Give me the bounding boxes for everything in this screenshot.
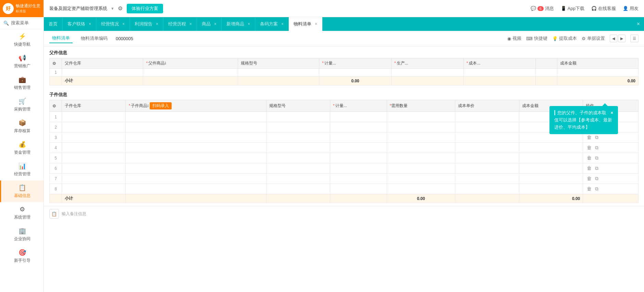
child-row-7-unit[interactable] — [330, 174, 387, 184]
tab-bom[interactable]: 物料清单× — [289, 17, 322, 31]
trial-button[interactable]: 体验行业方案 — [127, 4, 163, 13]
child-row-5-delete-btn[interactable]: 🗑 — [586, 154, 593, 161]
child-row-3-delete-btn[interactable]: 🗑 — [586, 134, 593, 141]
child-row-5-unit-price[interactable] — [455, 153, 519, 163]
settings-icon[interactable]: ⚙ — [118, 5, 123, 12]
scan-btn[interactable]: 扫码录入 — [150, 102, 172, 109]
child-row-6-unit[interactable] — [330, 163, 387, 174]
sidebar-item-sales[interactable]: 💼 销售管理 — [0, 72, 44, 94]
sidebar-item-finance[interactable]: 💰 资金管理 — [0, 137, 44, 159]
child-row-4-spec[interactable] — [266, 143, 330, 153]
sidebar-item-purchase[interactable]: 🛒 采购管理 — [0, 94, 44, 116]
next-page-btn[interactable]: ▶ — [618, 35, 626, 42]
child-row-1-warehouse[interactable] — [62, 112, 126, 122]
single-settings-item[interactable]: ⚙ 单据设置 — [582, 35, 605, 42]
prev-page-btn[interactable]: ◀ — [610, 35, 617, 42]
close-new-product-tab[interactable]: × — [248, 22, 250, 26]
child-row-3-copy-btn[interactable]: ⧉ — [594, 134, 599, 141]
child-row-2-spec[interactable] — [266, 122, 330, 132]
child-row-4-warehouse[interactable] — [62, 143, 126, 153]
sidebar-item-inventory[interactable]: 📦 库存核算 — [0, 116, 44, 137]
child-row-4-product[interactable] — [126, 143, 266, 153]
child-row-2-warehouse[interactable] — [62, 122, 126, 132]
child-row-2-unit-price[interactable] — [455, 122, 519, 132]
child-row-6-product[interactable] — [126, 163, 266, 174]
child-row-3-spec[interactable] — [266, 132, 330, 143]
close-bom-tab[interactable]: × — [315, 22, 317, 26]
tab-barcode[interactable]: 条码方案× — [255, 17, 289, 31]
child-row-4-delete-btn[interactable]: 🗑 — [586, 144, 593, 151]
sidebar-item-basic-info[interactable]: 📋 基础信息 — [0, 180, 44, 202]
child-row-3-unit-price[interactable] — [455, 132, 519, 143]
child-row-4-unit[interactable] — [330, 143, 387, 153]
child-row-6-spec[interactable] — [266, 163, 330, 174]
tab-operations-status[interactable]: 经营情况× — [96, 17, 130, 31]
sidebar-item-enterprise[interactable]: 🏢 企业协同 — [0, 224, 44, 245]
child-row-2-qty[interactable] — [387, 122, 455, 132]
close-operations-tab[interactable]: × — [122, 22, 125, 26]
parent-row-1-cost[interactable] — [463, 69, 536, 77]
child-row-1-qty[interactable] — [387, 112, 455, 122]
tab-customer[interactable]: 客户联络× — [63, 17, 96, 31]
tabs-close-all[interactable]: × — [633, 21, 644, 27]
child-row-3-product[interactable] — [126, 132, 266, 143]
child-row-5-spec[interactable] — [266, 153, 330, 163]
bottom-doc-icon[interactable]: 📋 — [49, 209, 59, 219]
child-row-3-qty[interactable] — [387, 132, 455, 143]
child-row-5-warehouse[interactable] — [62, 153, 126, 163]
parent-row-1-warehouse[interactable] — [62, 69, 143, 77]
child-row-6-warehouse[interactable] — [62, 163, 126, 174]
child-row-8-warehouse[interactable] — [62, 184, 126, 194]
close-customer-tab[interactable]: × — [89, 22, 91, 26]
child-row-8-qty[interactable] — [387, 184, 455, 194]
child-row-7-delete-btn[interactable]: 🗑 — [586, 175, 593, 182]
video-item[interactable]: ◉ 视频 — [507, 35, 521, 42]
sidebar-item-system[interactable]: ⚙ 系统管理 — [0, 202, 44, 224]
child-row-3-warehouse[interactable] — [62, 132, 126, 143]
tab-new-product[interactable]: 新增商品× — [222, 17, 255, 31]
shortcut-item[interactable]: ⌨ 快捷键 — [526, 35, 547, 42]
child-row-7-product[interactable] — [126, 174, 266, 184]
menu-btn[interactable]: ☰ — [630, 35, 639, 42]
sidebar-item-quick-nav[interactable]: ⚡ 快捷导航 — [0, 29, 44, 51]
close-barcode-tab[interactable]: × — [281, 22, 284, 26]
child-row-1-spec[interactable] — [266, 112, 330, 122]
child-row-7-unit-price[interactable] — [455, 174, 519, 184]
sidebar-item-marketing[interactable]: 📢 营销推广 — [0, 51, 44, 72]
parent-row-1-spec[interactable] — [238, 69, 319, 77]
tab-products[interactable]: 商品× — [197, 17, 222, 31]
child-col-settings[interactable]: ⚙ — [50, 100, 62, 112]
sub-tab-bom-list[interactable]: 物料清单 — [49, 34, 73, 43]
child-row-8-product[interactable] — [126, 184, 266, 194]
sidebar-item-operations[interactable]: 📊 经营管理 — [0, 159, 44, 180]
sidebar-search[interactable]: 🔍 搜索菜单 — [0, 17, 44, 29]
tab-home[interactable]: 首页 — [44, 17, 63, 31]
child-row-1-unit[interactable] — [330, 112, 387, 122]
child-row-4-copy-btn[interactable]: ⧉ — [594, 144, 599, 151]
child-row-5-qty[interactable] — [387, 153, 455, 163]
user-item[interactable]: 👤 用友 — [623, 5, 639, 12]
child-row-8-spec[interactable] — [266, 184, 330, 194]
child-row-2-unit[interactable] — [330, 122, 387, 132]
dropdown-arrow[interactable]: ▾ — [111, 6, 114, 11]
close-profit-tab[interactable]: × — [156, 22, 158, 26]
child-row-3-unit[interactable] — [330, 132, 387, 143]
child-row-1-unit-price[interactable] — [455, 112, 519, 122]
app-download-item[interactable]: 📱 App下载 — [561, 5, 584, 12]
child-row-6-qty[interactable] — [387, 163, 455, 174]
close-history-tab[interactable]: × — [189, 22, 192, 26]
child-row-5-unit[interactable] — [330, 153, 387, 163]
parent-col-settings[interactable]: ⚙ — [50, 58, 62, 69]
child-row-6-unit-price[interactable] — [455, 163, 519, 174]
child-row-7-copy-btn[interactable]: ⧉ — [594, 175, 599, 182]
child-row-7-warehouse[interactable] — [62, 174, 126, 184]
child-row-7-qty[interactable] — [387, 174, 455, 184]
sidebar-item-guide[interactable]: 🎯 新手引导 — [0, 245, 44, 267]
tab-profit[interactable]: 利润报告× — [130, 17, 163, 31]
child-row-7-spec[interactable] — [266, 174, 330, 184]
parent-row-1-production[interactable] — [391, 69, 463, 77]
child-row-6-delete-btn[interactable]: 🗑 — [586, 165, 593, 172]
child-row-2-product[interactable] — [126, 122, 266, 132]
parent-row-1-product[interactable] — [143, 69, 238, 77]
child-row-8-unit[interactable] — [330, 184, 387, 194]
